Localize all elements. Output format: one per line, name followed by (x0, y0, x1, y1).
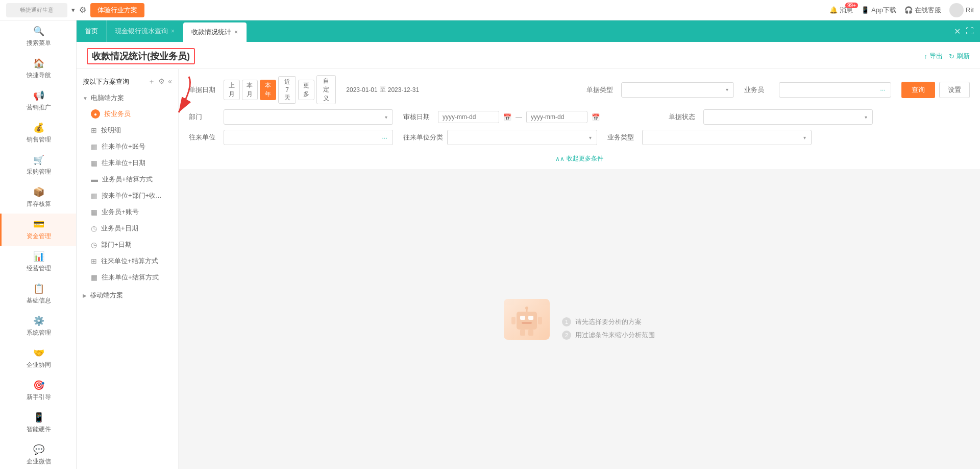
calendar-icon[interactable]: 📅 (592, 113, 600, 121)
sidebar-item-wechat[interactable]: 💬 企业微信 (0, 439, 76, 469)
export-button[interactable]: ↑ 导出 (924, 52, 943, 61)
chevron-down-icon: ▾ (589, 135, 592, 140)
maximize-icon[interactable]: ⛶ (966, 27, 974, 36)
scheme-item-counterparty-account[interactable]: ▦ 往来单位+账号 (77, 138, 178, 155)
sidebar-item-guide[interactable]: 🎯 新手引导 (0, 374, 76, 407)
date-btn-custom[interactable]: 自定义 (316, 75, 336, 104)
grid-icon: ⊞ (91, 257, 97, 265)
settings-icon[interactable]: ⚙ (79, 5, 86, 15)
main-layout: 🔍 搜索菜单 🏠 快捷导航 📢 营销推广 💰 销售管理 🛒 采购管理 📦 库存核… (0, 20, 980, 469)
scheme-item-counterparty-dept[interactable]: ▦ 按来单位+部门+收... (77, 187, 178, 204)
counterparty-category-select[interactable]: ▾ (447, 130, 597, 145)
sidebar-item-quick-nav[interactable]: 🏠 快捷导航 (0, 53, 76, 85)
sidebar-item-search[interactable]: 🔍 搜索菜单 (0, 20, 76, 53)
inventory-icon: 📦 (33, 186, 44, 198)
app-download-button[interactable]: 📱 App下载 (861, 6, 896, 15)
voucher-type-select[interactable]: ▾ (621, 82, 733, 98)
date-btn-7days[interactable]: 近7天 (278, 76, 296, 104)
tab-bank-flow[interactable]: 现金银行流水查询 × (107, 20, 183, 42)
sidebar-item-cooperation[interactable]: 🤝 企业协同 (0, 342, 76, 374)
scheme-item-salesperson-settlement[interactable]: ▬ 业务员+结算方式 (77, 171, 178, 187)
scheme-group-header-mobile[interactable]: ▶ 移动端方案 (77, 288, 178, 303)
scheme-group-desktop: ▼ 电脑端方案 ● 按业务员 ⊞ 按明细 ▦ 往 (77, 90, 178, 286)
tab-close-icon[interactable]: × (171, 28, 175, 35)
sidebar-item-basic-info[interactable]: 📋 基础信息 (0, 278, 76, 310)
calendar-icon[interactable]: 📅 (503, 113, 511, 121)
sidebar-item-operations[interactable]: 📊 经营管理 (0, 246, 76, 278)
sidebar-item-finance[interactable]: 💳 资金管理 (0, 214, 76, 246)
online-service-button[interactable]: 🎧 在线客服 (904, 6, 941, 15)
empty-state: 1 请先选择要分析的方案 2 用过滤条件来缩小分析范围 (179, 169, 980, 469)
top-bar-right: 🔔 消息 99+ 📱 App下载 🎧 在线客服 Rit (829, 3, 974, 17)
query-button[interactable]: 查询 (901, 82, 935, 98)
collapse-filter-button[interactable]: ∧∧ 收起更多条件 (189, 150, 970, 167)
sidebar-item-inventory[interactable]: 📦 库存核算 (0, 181, 76, 214)
dropdown-arrow-icon[interactable]: ▾ (71, 6, 75, 14)
scheme-item-counterparty-settlement1[interactable]: ⊞ 往来单位+结算方式 (77, 253, 178, 269)
expand-icon: ▼ (83, 96, 88, 101)
add-scheme-button[interactable]: ＋ (148, 77, 155, 86)
scheme-item-by-salesperson[interactable]: ● 按业务员 (77, 106, 178, 122)
business-type-select[interactable]: ▾ (642, 130, 812, 145)
bell-icon: 🔔 (829, 6, 838, 14)
scheme-settings-button[interactable]: ⚙ (158, 77, 165, 86)
left-panel: 按以下方案查询 ＋ ⚙ « ▼ 电脑端方案 (77, 69, 179, 469)
date-filter-field: 单据日期 上月 本月 本年 近7天 更多 自定义 (189, 75, 336, 104)
expand-icon: ▶ (83, 293, 87, 298)
filter-actions: 查询 设置 (901, 82, 970, 98)
user-avatar-area[interactable]: Rit (949, 3, 974, 17)
refresh-button[interactable]: ↻ 刷新 (949, 52, 970, 61)
scheme-item-counterparty-settlement2[interactable]: ▦ 往来单位+结算方式 (77, 269, 178, 286)
salesperson-select[interactable]: ··· (779, 82, 891, 98)
trial-button[interactable]: 体验行业方案 (90, 3, 144, 17)
close-window-icon[interactable]: ✕ (954, 27, 961, 36)
dept-label: 部门 (189, 112, 219, 122)
notifications-button[interactable]: 🔔 消息 99+ (829, 6, 853, 15)
user-name: Rit (966, 6, 974, 14)
counterparty-select[interactable]: ··· (224, 130, 393, 145)
sidebar-item-purchase[interactable]: 🛒 采购管理 (0, 149, 76, 181)
tab-label: 首页 (85, 27, 98, 36)
counterparty-field: 往来单位 ··· (189, 130, 393, 145)
sidebar-item-system[interactable]: ⚙️ 系统管理 (0, 310, 76, 342)
dept-field: 部门 ▾ (189, 109, 393, 125)
sidebar-item-label: 采购管理 (27, 168, 51, 176)
body-area: 按以下方案查询 ＋ ⚙ « ▼ 电脑端方案 (77, 69, 980, 469)
date-btn-this-year[interactable]: 本年 (260, 80, 276, 100)
tab-home[interactable]: 首页 (77, 20, 107, 42)
sidebar-item-sales[interactable]: 💰 销售管理 (0, 117, 76, 149)
scheme-item-by-detail[interactable]: ⊞ 按明细 (77, 122, 178, 138)
dept-select[interactable]: ▾ (224, 109, 393, 125)
tab-close-icon[interactable]: × (234, 29, 238, 36)
sidebar-item-hardware[interactable]: 📱 智能硬件 (0, 407, 76, 439)
dots-icon: ··· (382, 134, 387, 142)
finance-icon: 💳 (33, 219, 44, 230)
date-btn-this-month[interactable]: 本月 (242, 80, 258, 100)
tab-label: 收款情况统计 (191, 28, 231, 37)
chevron-down-icon: ▾ (803, 135, 806, 140)
collapse-panel-button[interactable]: « (168, 77, 172, 86)
scheme-item-salesperson-date[interactable]: ◷ 业务员+日期 (77, 220, 178, 237)
tab-collection-stats[interactable]: 收款情况统计 × (183, 22, 247, 42)
sidebar-item-marketing[interactable]: 📢 营销推广 (0, 85, 76, 117)
scheme-item-counterparty-date[interactable]: ▦ 往来单位+日期 (77, 155, 178, 171)
svg-rect-9 (528, 330, 533, 336)
date-btn-more[interactable]: 更多 (298, 80, 314, 100)
basic-info-icon: 📋 (33, 283, 44, 294)
date-separator: 至 (380, 85, 386, 94)
date-label: 单据日期 (189, 85, 219, 95)
clock-icon: ◷ (91, 241, 97, 249)
sidebar-item-label: 新手引导 (27, 393, 51, 402)
settings-button[interactable]: 设置 (939, 82, 970, 98)
review-date-from-input[interactable] (438, 111, 499, 123)
date-btn-last-month[interactable]: 上月 (224, 80, 240, 100)
scheme-item-salesperson-account[interactable]: ▦ 业务员+账号 (77, 204, 178, 220)
sidebar-item-label: 资金管理 (27, 232, 51, 241)
scheme-group-header-desktop[interactable]: ▼ 电脑端方案 (77, 90, 178, 106)
business-type-label: 业务类型 (607, 133, 638, 142)
scheme-item-label: 往来单位+账号 (102, 142, 145, 151)
scheme-item-dept-date[interactable]: ◷ 部门+日期 (77, 237, 178, 253)
review-date-to-input[interactable] (526, 111, 587, 123)
voucher-status-select[interactable]: ▾ (703, 109, 873, 125)
counterparty-category-label: 往来单位分类 (403, 133, 443, 142)
